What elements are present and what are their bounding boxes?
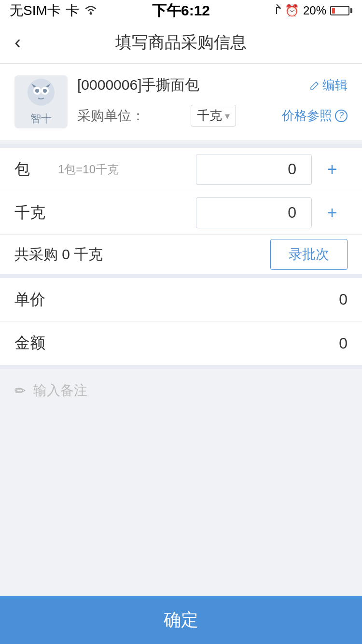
svg-point-4 bbox=[35, 89, 39, 93]
amount-value: 0 bbox=[339, 335, 348, 352]
kg-plus-button[interactable]: + bbox=[317, 197, 348, 228]
svg-point-1 bbox=[28, 79, 55, 106]
bag-sub-label: 1包=10千克 bbox=[58, 162, 119, 177]
alarm-icon: ⏰ bbox=[285, 4, 299, 17]
input-section: 包 1包=10千克 + 千克 + bbox=[0, 148, 362, 235]
wifi-icon bbox=[84, 3, 97, 18]
svg-point-5 bbox=[43, 89, 47, 93]
confirm-button[interactable]: 确定 bbox=[164, 608, 198, 632]
nav-bar: ‹ 填写商品采购信息 bbox=[0, 21, 362, 64]
sim-icon: 卡 bbox=[66, 1, 79, 20]
product-info: [0000006]手撕面包 编辑 采购单位： 千克 ▾ 价格参照 ? bbox=[77, 75, 348, 126]
amount-label: 金额 bbox=[14, 333, 339, 354]
unit-select[interactable]: 千克 ▾ bbox=[191, 105, 236, 126]
detail-section: 单价 0 金额 0 bbox=[0, 278, 362, 369]
unit-price-value: 0 bbox=[339, 291, 348, 308]
confirm-bar[interactable]: 确定 bbox=[0, 596, 362, 644]
product-thumbnail: 智十 bbox=[14, 75, 68, 128]
kg-input-row: 千克 + bbox=[0, 191, 362, 235]
price-ref-button[interactable]: 价格参照 ? bbox=[282, 107, 348, 124]
product-title-row: [0000006]手撕面包 编辑 bbox=[77, 75, 348, 95]
summary-text: 共采购 0 千克 bbox=[14, 245, 270, 265]
battery-icon bbox=[330, 6, 352, 15]
product-name: [0000006]手撕面包 bbox=[77, 75, 199, 95]
status-left: 无SIM卡 卡 bbox=[10, 1, 97, 20]
product-thumb-label: 智十 bbox=[30, 112, 52, 126]
bag-label: 包 bbox=[14, 159, 53, 180]
bag-input[interactable] bbox=[196, 154, 312, 185]
bag-input-row: 包 1包=10千克 + bbox=[0, 148, 362, 191]
batch-button[interactable]: 录批次 bbox=[270, 239, 348, 270]
location-icon bbox=[272, 4, 281, 17]
remark-section[interactable]: ✏ 输入备注 bbox=[0, 369, 362, 412]
back-button[interactable]: ‹ bbox=[0, 31, 35, 53]
product-unit-row: 采购单位： 千克 ▾ 价格参照 ? bbox=[77, 105, 348, 126]
section-divider-1 bbox=[0, 144, 362, 148]
page-title: 填写商品采购信息 bbox=[115, 31, 247, 54]
unit-price-row: 单价 0 bbox=[0, 278, 362, 322]
summary-row: 共采购 0 千克 录批次 bbox=[0, 235, 362, 278]
price-ref-label: 价格参照 bbox=[282, 107, 332, 124]
status-bar: 无SIM卡 卡 下午6:12 ⏰ 20% bbox=[0, 0, 362, 21]
info-icon: ? bbox=[335, 110, 348, 122]
status-right: ⏰ 20% bbox=[272, 4, 352, 17]
edit-button[interactable]: 编辑 bbox=[309, 77, 348, 94]
unit-value: 千克 bbox=[197, 107, 222, 124]
chevron-down-icon: ▾ bbox=[225, 110, 230, 122]
edit-label: 编辑 bbox=[322, 77, 348, 94]
bottom-spacer bbox=[0, 412, 362, 557]
kg-input[interactable] bbox=[196, 197, 312, 228]
bag-plus-button[interactable]: + bbox=[317, 154, 348, 185]
product-thumb-icon bbox=[27, 78, 56, 110]
pencil-icon: ✏ bbox=[14, 383, 26, 399]
unit-price-label: 单价 bbox=[14, 289, 339, 310]
carrier-text: 无SIM卡 bbox=[10, 1, 61, 20]
product-section: 智十 [0000006]手撕面包 编辑 采购单位： 千克 ▾ 价格参照 ? bbox=[0, 64, 362, 144]
unit-label: 采购单位： bbox=[77, 107, 145, 125]
svg-point-0 bbox=[89, 13, 92, 15]
status-time: 下午6:12 bbox=[152, 1, 210, 21]
kg-label: 千克 bbox=[14, 202, 53, 224]
battery-pct: 20% bbox=[303, 4, 326, 17]
amount-row: 金额 0 bbox=[0, 322, 362, 365]
remark-placeholder: 输入备注 bbox=[33, 381, 87, 400]
